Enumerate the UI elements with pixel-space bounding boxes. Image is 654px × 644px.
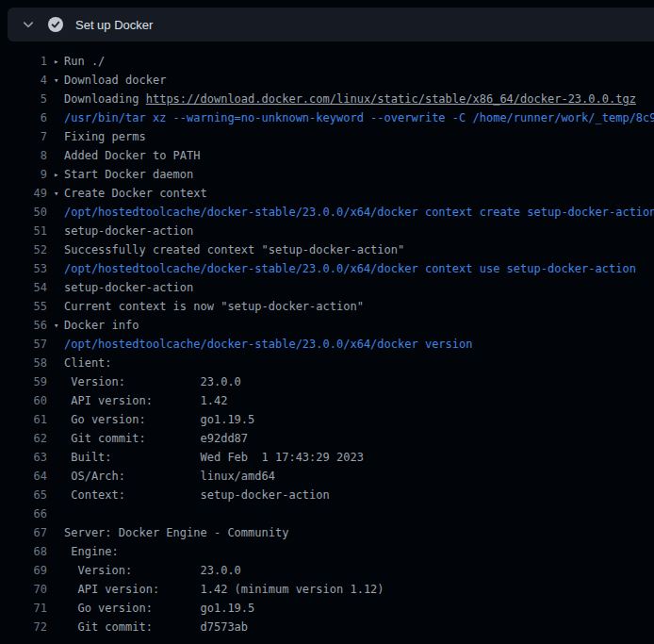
log-text: Downloading <box>64 92 146 106</box>
step-header[interactable]: Set up Docker <box>8 8 654 41</box>
log-line: 4▾Download docker <box>0 71 654 90</box>
line-number[interactable]: 6 <box>6 108 47 127</box>
line-number[interactable]: 8 <box>6 146 47 165</box>
log-line: 57/opt/hostedtoolcache/docker-stable/23.… <box>0 335 654 354</box>
line-number[interactable]: 5 <box>6 90 47 108</box>
log-line: 54setup-docker-action <box>0 278 654 297</box>
line-number[interactable]: 67 <box>6 523 47 542</box>
log-line-content: Git commit: e92dd87 <box>64 429 654 448</box>
line-number[interactable]: 57 <box>6 335 47 354</box>
log-link[interactable]: https://download.docker.com/linux/static… <box>146 92 636 106</box>
log-line-content: Run ./ <box>64 52 654 71</box>
line-number[interactable]: 72 <box>6 618 47 636</box>
log-line-content: Go version: go1.19.5 <box>64 599 654 618</box>
log-line: 65 Context: setup-docker-action <box>0 486 654 504</box>
log-line: 50/opt/hostedtoolcache/docker-stable/23.… <box>0 203 654 222</box>
log-output: 1▸Run ./4▾Download docker5Downloading ht… <box>0 41 654 636</box>
check-circle-icon <box>47 16 64 33</box>
log-line: 61 Go version: go1.19.5 <box>0 410 654 429</box>
group-expanded-icon[interactable]: ▾ <box>47 316 64 335</box>
group-expanded-icon[interactable]: ▾ <box>47 71 64 90</box>
log-line-content: API version: 1.42 <box>64 391 654 410</box>
line-number[interactable]: 68 <box>6 542 47 561</box>
log-line: 6/usr/bin/tar xz --warning=no-unknown-ke… <box>0 108 654 127</box>
log-text: Docker info <box>64 319 139 332</box>
log-text: Git commit: e92dd87 <box>64 432 248 445</box>
log-line-content: Version: 23.0.0 <box>64 372 654 391</box>
log-line-content: Start Docker daemon <box>64 165 654 184</box>
workflow-step-log-viewer: Set up Docker 1▸Run ./4▾Download docker5… <box>0 8 654 636</box>
log-line: 63 Built: Wed Feb 1 17:43:29 2023 <box>0 448 654 467</box>
log-line-content: /opt/hostedtoolcache/docker-stable/23.0.… <box>64 203 654 222</box>
log-line: 69 Version: 23.0.0 <box>0 561 654 580</box>
log-line: 56▾Docker info <box>0 316 654 335</box>
line-number[interactable]: 69 <box>6 561 47 580</box>
line-number[interactable]: 60 <box>6 391 47 410</box>
line-number[interactable]: 54 <box>6 278 47 297</box>
line-number[interactable]: 71 <box>6 599 47 618</box>
log-text: Go version: go1.19.5 <box>64 413 254 426</box>
line-number[interactable]: 53 <box>6 259 47 278</box>
log-command: /opt/hostedtoolcache/docker-stable/23.0.… <box>64 338 472 351</box>
log-text: Server: Docker Engine - Community <box>64 526 288 539</box>
line-number[interactable]: 51 <box>6 222 47 240</box>
log-line: 9▸Start Docker daemon <box>0 165 654 184</box>
log-line-content: OS/Arch: linux/amd64 <box>64 467 654 486</box>
log-text: OS/Arch: linux/amd64 <box>64 470 275 483</box>
line-number[interactable]: 52 <box>6 240 47 259</box>
line-number[interactable]: 4 <box>6 71 47 90</box>
line-number[interactable]: 65 <box>6 486 47 504</box>
log-text: setup-docker-action <box>64 224 193 238</box>
line-number[interactable]: 56 <box>6 316 47 335</box>
line-number[interactable]: 64 <box>6 467 47 486</box>
line-number[interactable]: 59 <box>6 372 47 391</box>
line-number[interactable]: 1 <box>6 52 47 71</box>
line-number[interactable]: 63 <box>6 448 47 467</box>
log-line: 5Downloading https://download.docker.com… <box>0 90 654 108</box>
line-number[interactable]: 66 <box>6 504 47 523</box>
log-line-content: Successfully created context "setup-dock… <box>64 240 654 259</box>
log-text: Git commit: d7573ab <box>64 620 248 634</box>
log-text: API version: 1.42 (minimum version 1.12) <box>64 583 384 596</box>
log-line-content: API version: 1.42 (minimum version 1.12) <box>64 580 654 599</box>
log-text: Version: 23.0.0 <box>64 375 241 388</box>
chevron-down-icon[interactable] <box>21 17 36 32</box>
group-expanded-icon[interactable]: ▾ <box>47 184 64 203</box>
log-command: /usr/bin/tar xz --warning=no-unknown-key… <box>64 111 654 124</box>
log-line: 68 Engine: <box>0 542 654 561</box>
line-number[interactable]: 61 <box>6 410 47 429</box>
log-line-content: Client: <box>64 354 654 372</box>
log-line: 1▸Run ./ <box>0 52 654 71</box>
group-collapsed-icon[interactable]: ▸ <box>47 52 64 71</box>
log-line: 7Fixing perms <box>0 127 654 146</box>
log-command: /opt/hostedtoolcache/docker-stable/23.0.… <box>64 262 636 275</box>
log-text: setup-docker-action <box>64 281 193 294</box>
group-collapsed-icon[interactable]: ▸ <box>47 165 64 184</box>
line-number[interactable]: 58 <box>6 354 47 372</box>
log-text: Built: Wed Feb 1 17:43:29 2023 <box>64 451 364 464</box>
line-number[interactable]: 49 <box>6 184 47 203</box>
log-line-content: Version: 23.0.0 <box>64 561 654 580</box>
log-line: 67Server: Docker Engine - Community <box>0 523 654 542</box>
log-line-content: Go version: go1.19.5 <box>64 410 654 429</box>
log-text: Engine: <box>64 545 119 558</box>
line-number[interactable]: 50 <box>6 203 47 222</box>
log-line: 72 Git commit: d7573ab <box>0 618 654 636</box>
log-text: Start Docker daemon <box>64 168 193 181</box>
log-line: 62 Git commit: e92dd87 <box>0 429 654 448</box>
log-line-content: Server: Docker Engine - Community <box>64 523 654 542</box>
log-line: 64 OS/Arch: linux/amd64 <box>0 467 654 486</box>
log-line-content: Current context is now "setup-docker-act… <box>64 297 654 316</box>
log-text: Fixing perms <box>64 130 146 143</box>
line-number[interactable]: 55 <box>6 297 47 316</box>
line-number[interactable]: 7 <box>6 127 47 146</box>
log-line: 8Added Docker to PATH <box>0 146 654 165</box>
line-number[interactable]: 62 <box>6 429 47 448</box>
log-line-content: Docker info <box>64 316 654 335</box>
log-line-content: Engine: <box>64 542 654 561</box>
log-line: 52Successfully created context "setup-do… <box>0 240 654 259</box>
line-number[interactable]: 70 <box>6 580 47 599</box>
log-line-content: Download docker <box>64 71 654 90</box>
line-number[interactable]: 9 <box>6 165 47 184</box>
log-line: 66 <box>0 504 654 523</box>
